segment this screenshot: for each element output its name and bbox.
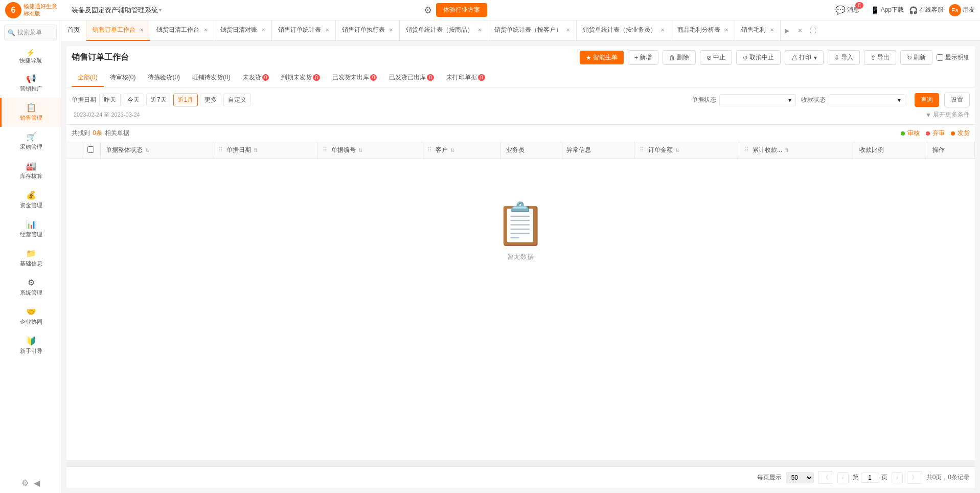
prev-page-btn[interactable]: ‹ — [837, 472, 849, 483]
th-staff[interactable]: 业务员 — [501, 142, 561, 159]
top-actions: 💬 6 消息 📱 App下载 🎧 在线客服 Ea 用友 — [835, 4, 975, 16]
sidebar-item-fast-nav[interactable]: ⚡ 快捷导航 — [0, 44, 61, 69]
date-7days-btn[interactable]: 近7天 — [146, 94, 171, 106]
sidebar-item-marketing[interactable]: 📢 营销推广 — [0, 69, 61, 98]
settings-gear-icon[interactable]: ⚙ — [424, 5, 432, 16]
date-more-btn[interactable]: 更多 — [200, 94, 221, 106]
search-menu-btn[interactable]: 🔍 搜索菜单 — [4, 25, 57, 40]
review-btn[interactable]: 审核 — [901, 129, 920, 138]
sub-tab-all[interactable]: 全部(0) — [72, 69, 104, 87]
horizontal-scrollbar[interactable] — [66, 460, 975, 466]
date-today-btn[interactable]: 今天 — [123, 94, 144, 106]
date-1month-btn[interactable]: 近1月 — [173, 94, 198, 106]
sub-tab-not-printed[interactable]: 未打印单据0 — [440, 69, 491, 87]
online-service-btn[interactable]: 🎧 在线客服 — [909, 6, 944, 14]
smart-create-btn[interactable]: ★ 智能生单 — [580, 51, 624, 64]
sidebar-item-finance[interactable]: 💰 资金管理 — [0, 185, 61, 214]
next-page-btn[interactable]: › — [892, 472, 903, 483]
th-number-sort-icon: ⇅ — [358, 147, 362, 153]
tab-sales-workbench-close[interactable]: ✕ — [140, 27, 144, 33]
tab-sales-workbench[interactable]: 销售订单工作台 ✕ — [86, 20, 150, 41]
tab-fullscreen-btn[interactable]: ⛶ — [807, 27, 819, 34]
ship-btn[interactable]: 发货 — [951, 129, 970, 138]
sidebar-item-basic[interactable]: 📁 基础信息 — [0, 243, 61, 273]
date-custom-btn[interactable]: 自定义 — [223, 94, 251, 106]
tab-sales-profit[interactable]: 销售毛利 ✕ — [735, 20, 781, 41]
sub-tab-not-shipped[interactable]: 未发货0 — [237, 69, 276, 87]
print-btn[interactable]: 🖨 打印 ▾ — [785, 50, 824, 65]
sidebar-item-sales[interactable]: 📋 销售管理 — [0, 98, 61, 127]
sub-tab-shipped-not-out[interactable]: 已发货未出库0 — [326, 69, 383, 87]
sidebar-item-enterprise[interactable]: 🤝 企业协同 — [0, 302, 61, 331]
suspend-btn[interactable]: ⊘ 中止 — [700, 50, 732, 65]
tab-sales-summary-staff-close[interactable]: ✕ — [660, 27, 665, 33]
th-checkbox[interactable] — [82, 142, 100, 159]
sub-tab-wangpu-pending[interactable]: 旺铺待发货(0) — [186, 69, 237, 87]
sub-tab-expired-not-shipped[interactable]: 到期未发货0 — [275, 69, 326, 87]
message-btn[interactable]: 💬 6 消息 — [835, 5, 859, 15]
filter-settings-btn[interactable]: 设置 — [944, 93, 970, 107]
tab-cash-daily[interactable]: 钱货日清工作台 ✕ — [150, 20, 214, 41]
tab-sales-summary-customer-close[interactable]: ✕ — [566, 27, 570, 33]
expand-icon: ▼ — [925, 111, 931, 119]
tab-more-btn[interactable]: ▶ — [781, 27, 793, 34]
collection-select[interactable]: ▾ — [829, 94, 905, 106]
date-yesterday-btn[interactable]: 昨天 — [99, 94, 121, 106]
show-detail-label[interactable]: 显示明细 — [937, 53, 970, 62]
print-dropdown-icon[interactable]: ▾ — [814, 54, 817, 61]
tab-cash-reconcile[interactable]: 钱货日清对账 ✕ — [214, 20, 272, 41]
th-date[interactable]: ⠿ 单据日期 ⇅ — [213, 142, 317, 159]
sub-tab-shipped-out[interactable]: 已发货已出库0 — [383, 69, 440, 87]
abandon-review-btn[interactable]: 弃审 — [926, 129, 945, 138]
show-detail-checkbox[interactable] — [937, 54, 943, 61]
tab-sales-summary-product-close[interactable]: ✕ — [477, 27, 482, 33]
status-select[interactable]: ▾ — [719, 94, 796, 106]
tab-sales-stat[interactable]: 销售订单统计表 ✕ — [272, 20, 336, 41]
tab-cash-reconcile-close[interactable]: ✕ — [261, 27, 265, 33]
query-btn[interactable]: 查询 — [915, 93, 939, 107]
tab-goods-margin[interactable]: 商品毛利分析表 ✕ — [671, 20, 735, 41]
tab-sales-stat-close[interactable]: ✕ — [325, 27, 329, 33]
last-page-btn[interactable]: 》 — [907, 471, 922, 484]
select-all-checkbox[interactable] — [87, 146, 94, 153]
app-download-btn[interactable]: 📱 App下载 — [871, 6, 904, 14]
sub-tab-pending-inspect[interactable]: 待拣验货(0) — [142, 69, 186, 87]
th-status[interactable]: 单据整体状态 ⇅ — [100, 142, 213, 159]
sidebar-item-operations[interactable]: 📊 经营管理 — [0, 214, 61, 243]
delete-btn[interactable]: 🗑 删除 — [663, 50, 696, 65]
page-input[interactable] — [861, 473, 879, 483]
first-page-btn[interactable]: 《 — [818, 471, 833, 484]
th-amount[interactable]: ⠿ 订单金额 ⇅ — [634, 142, 739, 159]
sidebar-collapse-btn[interactable]: ◀ — [34, 478, 40, 488]
tab-close-all-btn[interactable]: ✕ — [793, 27, 807, 34]
sub-tab-pending-review[interactable]: 待审核(0) — [104, 69, 142, 87]
refresh-btn[interactable]: ↻ 刷新 — [900, 50, 932, 65]
tab-sales-exec-close[interactable]: ✕ — [389, 27, 393, 33]
tab-home[interactable]: 首页 — [61, 20, 86, 41]
tab-sales-summary-customer[interactable]: 销货单统计表（按客户） ✕ — [488, 20, 577, 41]
expand-filter-btn[interactable]: ▼ 展开更多条件 — [925, 110, 970, 119]
import-btn[interactable]: ⇩ 导入 — [828, 50, 860, 65]
export-btn[interactable]: ⇪ 导出 — [864, 50, 896, 65]
th-number[interactable]: ⠿ 单据编号 ⇅ — [317, 142, 422, 159]
per-page-select[interactable]: 10 20 50 100 — [786, 472, 814, 483]
sidebar-item-system[interactable]: ⚙ 系统管理 — [0, 273, 61, 302]
tab-sales-exec[interactable]: 销售订单执行表 ✕ — [336, 20, 400, 41]
industry-btn[interactable]: 体验行业方案 — [436, 3, 487, 17]
sidebar-settings-btn[interactable]: ⚙ — [21, 478, 29, 488]
sidebar-item-guide[interactable]: 🔰 新手引导 — [0, 331, 61, 360]
add-btn[interactable]: + 新增 — [628, 50, 658, 65]
tab-sales-summary-product[interactable]: 销货单统计表（按商品） ✕ — [400, 20, 488, 41]
tab-goods-margin-close[interactable]: ✕ — [724, 27, 728, 33]
sidebar-item-purchase[interactable]: 🛒 采购管理 — [0, 127, 61, 156]
cancel-suspend-btn[interactable]: ↺ 取消中止 — [736, 50, 781, 65]
tab-cash-daily-close[interactable]: ✕ — [203, 27, 208, 33]
sidebar-item-inventory[interactable]: 🏭 库存核算 — [0, 156, 61, 185]
th-collected[interactable]: ⠿ 累计收款... ⇅ — [739, 142, 854, 159]
tab-sales-profit-close[interactable]: ✕ — [770, 27, 774, 33]
system-title-dropdown[interactable]: ▾ — [159, 7, 162, 13]
tab-sales-summary-staff[interactable]: 销货单统计表（按业务员） ✕ — [577, 20, 671, 41]
user-menu-btn[interactable]: Ea 用友 — [949, 4, 975, 16]
table-header-row: 单据整体状态 ⇅ ⠿ 单据日期 ⇅ ⠿ — [66, 142, 975, 159]
th-customer[interactable]: ⠿ 客户 ⇅ — [422, 142, 501, 159]
